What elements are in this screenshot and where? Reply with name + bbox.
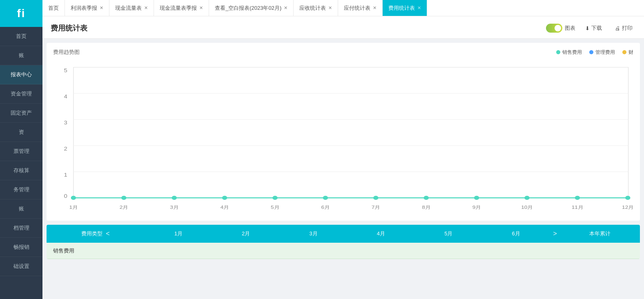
svg-point-23 <box>625 196 630 200</box>
legend-admin: 管理费用 <box>589 49 615 56</box>
tab-close-expense-stats[interactable]: ✕ <box>417 5 421 11</box>
svg-text:7月: 7月 <box>372 205 380 210</box>
svg-text:8月: 8月 <box>422 205 430 210</box>
svg-rect-6 <box>74 67 628 198</box>
print-icon: 🖨 <box>615 25 620 31</box>
tab-bar: 首页 利润表季报 ✕ 现金流量表 ✕ 现金流量表季报 ✕ 查看_空白报表(202… <box>42 0 644 16</box>
svg-text:1: 1 <box>64 172 67 177</box>
svg-point-14 <box>172 196 176 200</box>
chart-toggle[interactable] <box>546 24 562 33</box>
tab-receivable[interactable]: 应收统计表 ✕ <box>294 0 338 16</box>
svg-point-21 <box>524 196 529 200</box>
svg-text:1月: 1月 <box>69 205 78 210</box>
tab-close-receivable[interactable]: ✕ <box>328 5 332 11</box>
sidebar-item-account[interactable]: 账 <box>0 46 42 65</box>
page-title: 费用统计表 <box>51 23 87 33</box>
sidebar-item-ledger[interactable]: 账 <box>0 199 42 219</box>
legend-dot-sales <box>556 50 560 54</box>
toggle-wrap: 图表 <box>546 24 575 33</box>
nav-next-button[interactable]: > <box>550 230 560 237</box>
svg-point-22 <box>575 196 580 200</box>
tab-profit-quarterly[interactable]: 利润表季报 ✕ <box>65 0 109 16</box>
svg-text:9月: 9月 <box>472 205 481 210</box>
sidebar-item-archive[interactable]: 档管理 <box>0 219 42 238</box>
tab-close-profit-quarterly[interactable]: ✕ <box>100 5 103 11</box>
header-actions: 图表 ⬇ 下载 🖨 打印 <box>546 23 636 33</box>
legend-dot-finance <box>622 50 626 54</box>
th-apr: 4月 <box>347 230 414 237</box>
legend-sales: 销售费用 <box>556 49 582 56</box>
svg-text:4: 4 <box>64 94 68 99</box>
tab-cashflow-quarterly[interactable]: 现金流量表季报 ✕ <box>154 0 209 16</box>
sidebar-item-reports[interactable]: 报表中心 <box>0 65 42 84</box>
chart-header: 费用趋势图 销售费用 管理费用 财 <box>53 49 633 56</box>
svg-text:10月: 10月 <box>521 205 533 210</box>
svg-point-15 <box>222 196 227 200</box>
svg-point-19 <box>423 196 428 200</box>
sidebar-item-inventory[interactable]: 存核算 <box>0 161 42 180</box>
sidebar-logo: fi <box>0 0 42 27</box>
svg-text:5: 5 <box>64 68 67 73</box>
tab-close-payable[interactable]: ✕ <box>373 5 377 11</box>
chart-title: 费用趋势图 <box>53 49 80 56</box>
page-header: 费用统计表 图表 ⬇ 下载 🖨 打印 <box>42 16 644 39</box>
chart-legend: 销售费用 管理费用 财 <box>556 49 633 56</box>
sidebar-item-funds[interactable]: 资金管理 <box>0 84 42 104</box>
page-content: 费用统计表 图表 ⬇ 下载 🖨 打印 费用趋势图 <box>42 16 644 299</box>
sidebar: fi 首页 账 报表中心 资金管理 固定资产 资 票管理 存核算 务管理 账 档… <box>0 0 42 299</box>
chart-section: 费用趋势图 销售费用 管理费用 财 <box>47 43 640 221</box>
table-section: 费用类型 < 1月 2月 3月 4月 5月 6月 > 本年累计 销售费用 <box>47 225 640 259</box>
svg-text:2: 2 <box>64 146 67 151</box>
tab-close-blank-report[interactable]: ✕ <box>284 5 287 11</box>
svg-point-20 <box>474 196 479 200</box>
svg-text:5月: 5月 <box>271 205 279 210</box>
svg-text:6月: 6月 <box>321 205 330 210</box>
legend-dot-admin <box>589 50 593 54</box>
tab-close-cashflow[interactable]: ✕ <box>144 5 148 11</box>
th-mar: 3月 <box>280 230 347 237</box>
svg-point-13 <box>121 196 126 200</box>
download-button[interactable]: ⬇ 下载 <box>582 23 605 33</box>
svg-text:12月: 12月 <box>622 205 633 210</box>
sidebar-item-resources[interactable]: 资 <box>0 123 42 142</box>
tab-blank-report[interactable]: 查看_空白报表(2023年02月) ✕ <box>209 0 294 16</box>
th-jan: 1月 <box>145 230 212 237</box>
main-area: 首页 利润表季报 ✕ 现金流量表 ✕ 现金流量表季报 ✕ 查看_空白报表(202… <box>42 0 644 299</box>
tab-close-cashflow-quarterly[interactable]: ✕ <box>199 5 203 11</box>
chart-container: 5 4 3 2 1 0 <box>53 60 633 215</box>
tab-home[interactable]: 首页 <box>42 0 65 16</box>
svg-point-12 <box>71 196 76 200</box>
tab-expense-stats[interactable]: 费用统计表 ✕ <box>383 0 427 16</box>
svg-point-18 <box>373 196 378 200</box>
sidebar-item-assets[interactable]: 固定资产 <box>0 104 42 123</box>
th-may: 5月 <box>415 230 482 237</box>
th-annual: 本年累计 <box>560 230 640 237</box>
svg-text:0: 0 <box>64 193 67 199</box>
svg-text:3月: 3月 <box>170 205 178 210</box>
tab-payable[interactable]: 应付统计表 ✕ <box>338 0 383 16</box>
th-jun: 6月 <box>482 230 550 237</box>
sidebar-item-expense[interactable]: 畅报销 <box>0 238 42 257</box>
svg-point-16 <box>272 196 277 200</box>
svg-text:2月: 2月 <box>120 205 128 210</box>
table-header-row: 费用类型 < 1月 2月 3月 4月 5月 6月 > 本年累计 <box>47 225 640 243</box>
svg-text:11月: 11月 <box>572 205 583 210</box>
table-row-sales: 销售费用 <box>47 243 640 259</box>
td-type-sales: 销售费用 <box>47 247 149 255</box>
tab-cashflow[interactable]: 现金流量表 ✕ <box>109 0 154 16</box>
sidebar-item-services[interactable]: 务管理 <box>0 180 42 199</box>
download-icon: ⬇ <box>585 25 590 31</box>
chart-svg: 5 4 3 2 1 0 <box>53 60 633 215</box>
print-button[interactable]: 🖨 打印 <box>612 23 636 33</box>
svg-text:4月: 4月 <box>221 205 229 210</box>
th-feb: 2月 <box>212 230 279 237</box>
nav-prev-button[interactable]: < <box>106 230 109 237</box>
sidebar-item-home[interactable]: 首页 <box>0 27 42 46</box>
legend-finance: 财 <box>622 49 633 56</box>
sidebar-item-tickets[interactable]: 票管理 <box>0 142 42 161</box>
sidebar-item-settings[interactable]: 础设置 <box>0 257 42 276</box>
toggle-label: 图表 <box>565 24 575 32</box>
th-type: 费用类型 < <box>47 230 145 237</box>
svg-text:3: 3 <box>64 120 67 125</box>
svg-point-17 <box>323 196 328 200</box>
